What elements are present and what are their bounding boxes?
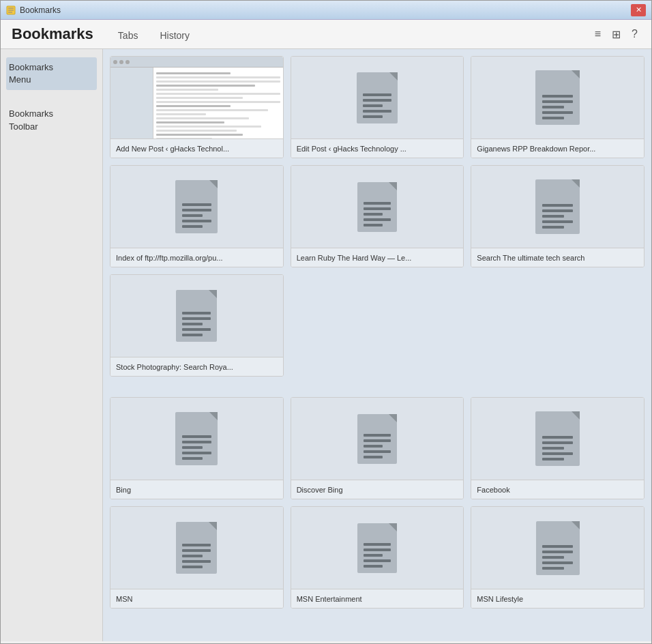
nav-icons: ≡ ⊞ ?	[592, 27, 640, 48]
bookmark-thumbnail	[291, 507, 464, 589]
list-item[interactable]: Search The ultimate tech search	[471, 165, 644, 267]
title-bar-left: Bookmarks	[6, 5, 61, 15]
bookmark-label: Add New Post ‹ gHacks Technol...	[110, 138, 283, 158]
sidebar-item-bookmarks-toolbar[interactable]: BookmarksToolbar	[6, 104, 97, 136]
tab-history[interactable]: History	[149, 26, 201, 48]
bookmark-label: Giganews RPP Breakdown Repor...	[471, 138, 644, 158]
list-item[interactable]: Discover Bing	[291, 397, 464, 499]
document-icon	[357, 182, 397, 232]
bookmark-label: Bing	[110, 480, 283, 499]
bookmark-thumbnail	[110, 166, 283, 248]
list-item[interactable]: Giganews RPP Breakdown Repor...	[471, 56, 644, 158]
list-item[interactable]: Add New Post ‹ gHacks Technol...	[110, 56, 284, 158]
list-item[interactable]: Stock Photography: Search Roya...	[110, 274, 284, 377]
sidebar: BookmarksMenu BookmarksToolbar	[1, 49, 103, 641]
grid-view-icon[interactable]: ⊞	[609, 27, 623, 42]
bookmark-thumbnail	[471, 57, 644, 138]
bookmark-label: Stock Photography: Search Roya...	[110, 357, 283, 376]
bookmark-label: Discover Bing	[291, 480, 464, 499]
header-nav: Bookmarks Tabs History ≡ ⊞ ?	[1, 20, 651, 49]
document-icon	[175, 180, 218, 233]
bookmark-thumbnail	[291, 166, 464, 248]
bookmark-label: MSN Entertainment	[291, 589, 464, 608]
info-icon[interactable]: ?	[629, 27, 640, 42]
list-item[interactable]: Edit Post ‹ gHacks Technology ...	[291, 56, 464, 158]
bookmark-thumbnail	[110, 398, 283, 480]
list-item[interactable]: Index of ftp://ftp.mozilla.org/pu...	[110, 165, 284, 267]
bookmark-thumbnail	[291, 398, 464, 480]
bookmark-label: Facebook	[471, 480, 644, 499]
list-item[interactable]: MSN Lifestyle	[471, 506, 644, 609]
document-icon	[536, 521, 580, 575]
bookmark-label: MSN Lifestyle	[471, 589, 644, 608]
document-icon	[357, 414, 397, 464]
page-title: Bookmarks	[12, 25, 93, 48]
document-icon	[176, 522, 217, 574]
bookmark-thumbnail	[471, 398, 644, 480]
bookmark-label: Index of ftp://ftp.mozilla.org/pu...	[110, 248, 283, 267]
bookmark-thumbnail	[110, 507, 283, 589]
document-icon	[535, 70, 580, 125]
list-item[interactable]: Bing	[110, 397, 284, 499]
app-icon	[6, 5, 16, 15]
document-icon	[357, 523, 397, 573]
main-layout: BookmarksMenu BookmarksToolbar	[1, 49, 651, 641]
bookmark-thumbnail	[471, 507, 644, 589]
list-view-icon[interactable]: ≡	[592, 27, 604, 42]
bookmark-thumbnail	[110, 57, 283, 138]
document-icon	[535, 179, 580, 234]
sidebar-item-bookmarks-menu[interactable]: BookmarksMenu	[6, 57, 97, 90]
document-icon	[176, 290, 217, 342]
bookmark-thumbnail	[110, 275, 283, 357]
document-icon	[357, 72, 398, 123]
document-icon	[535, 411, 580, 466]
list-item[interactable]: Learn Ruby The Hard Way — Le...	[291, 165, 464, 267]
bookmarks-toolbar-grid: Bing Discover Bing	[110, 397, 644, 609]
bookmark-label: MSN	[110, 589, 283, 608]
tab-tabs[interactable]: Tabs	[107, 26, 149, 48]
title-bar: Bookmarks ✕	[1, 1, 651, 20]
bookmark-thumbnail	[291, 57, 464, 138]
document-icon	[175, 412, 218, 465]
bookmark-label: Search The ultimate tech search	[471, 248, 644, 267]
bookmark-label: Learn Ruby The Hard Way — Le...	[291, 248, 464, 267]
list-item[interactable]: Facebook	[471, 397, 644, 499]
content-area[interactable]: Add New Post ‹ gHacks Technol...	[103, 49, 651, 641]
close-button[interactable]: ✕	[631, 4, 646, 16]
title-bar-title: Bookmarks	[20, 5, 61, 15]
list-item[interactable]: MSN	[110, 506, 284, 609]
bookmarks-menu-grid: Add New Post ‹ gHacks Technol...	[110, 56, 644, 377]
bookmark-thumbnail	[471, 166, 644, 248]
list-item[interactable]: MSN Entertainment	[291, 506, 464, 609]
section-spacer	[110, 383, 644, 397]
bookmark-label: Edit Post ‹ gHacks Technology ...	[291, 138, 464, 158]
